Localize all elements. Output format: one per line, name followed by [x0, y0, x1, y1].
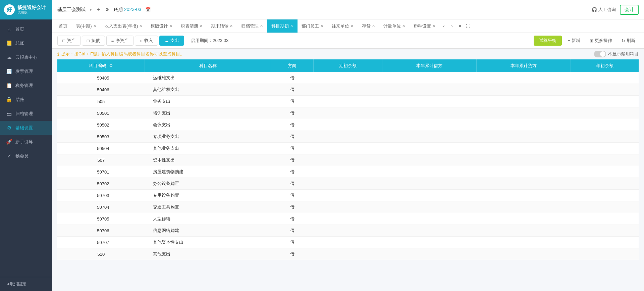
- tab-maximize-btn[interactable]: ⛶: [464, 22, 472, 30]
- sidebar-item-reports[interactable]: ☁ 云报表中心: [0, 50, 52, 64]
- subtab-net-asset[interactable]: ≡ 净资产: [106, 36, 134, 46]
- cell-name: 运维维支出: [145, 72, 271, 84]
- cell-direction: 借: [271, 225, 314, 237]
- cell-direction: 借: [271, 178, 314, 190]
- gear-icon: ⚙: [6, 125, 12, 131]
- cell-debit: [382, 237, 476, 248]
- table-row[interactable]: 505 业务支出 借: [57, 96, 639, 107]
- lock-icon: 🔒: [6, 97, 12, 103]
- sidebar-item-closing[interactable]: 🔒 结账: [0, 93, 52, 107]
- cell-name: 培训支出: [145, 107, 271, 119]
- subtab-income[interactable]: ○ 收入: [135, 36, 158, 46]
- sidebar-item-home[interactable]: ⌂ 首页: [0, 22, 52, 36]
- tab-close-inventory[interactable]: ✕: [372, 24, 375, 28]
- table-row[interactable]: 50406 其他维权支出 借: [57, 84, 639, 96]
- tab-interim[interactable]: 表(中期) ✕: [72, 19, 101, 33]
- cell-credit: [476, 225, 571, 237]
- sidebar-item-guide[interactable]: 🚀 新手引导: [0, 135, 52, 149]
- sidebar-item-member[interactable]: ✓ 畅会员: [0, 149, 52, 163]
- subtab-liability[interactable]: □ 负债: [82, 36, 105, 46]
- sidebar-item-settings[interactable]: ⚙ 基础设置: [0, 121, 52, 135]
- tab-unit[interactable]: 计量单位 ✕: [379, 19, 410, 33]
- tab-inventory[interactable]: 存货 ✕: [358, 19, 379, 33]
- cell-balance: [314, 131, 382, 143]
- table-row[interactable]: 510 其他支出 借: [57, 248, 639, 260]
- cell-debit: [382, 248, 476, 260]
- table-row[interactable]: 50501 培训支出 借: [57, 107, 639, 119]
- table-row[interactable]: 50707 其他资本性支出 借: [57, 237, 639, 248]
- cell-balance: [314, 178, 382, 190]
- tab-close-income[interactable]: ✕: [139, 24, 142, 28]
- subtab-asset[interactable]: □ 资产: [57, 36, 80, 46]
- tab-close-archive[interactable]: ✕: [260, 24, 263, 28]
- col-settings-icon[interactable]: ⚙: [109, 63, 113, 68]
- tab-home[interactable]: 首页: [55, 19, 72, 33]
- calendar-icon[interactable]: 📅: [145, 7, 151, 12]
- table-row[interactable]: 50705 大型修缮 借: [57, 213, 639, 225]
- cell-direction: 借: [271, 201, 314, 213]
- tab-close-unit[interactable]: ✕: [402, 24, 405, 28]
- add-btn[interactable]: + 新增: [565, 36, 584, 45]
- add-company-btn[interactable]: ＋: [96, 6, 101, 13]
- help-btn[interactable]: 🎧 人工咨询: [592, 7, 616, 13]
- tip-bar: ℹ 提示：按Ctrl + F键并输入科目编码或者科目名称可以查找科目。 不显示禁…: [52, 49, 644, 59]
- sidebar-item-invoice[interactable]: 🧾 发票管理: [0, 64, 52, 79]
- company-settings-icon[interactable]: ⚙: [105, 7, 109, 12]
- tab-close-dept[interactable]: ✕: [320, 24, 323, 28]
- tab-currency[interactable]: 币种设置 ✕: [410, 19, 440, 33]
- tab-nav-prev[interactable]: ‹: [440, 22, 448, 30]
- sidebar-item-tax[interactable]: 📋 税务管理: [0, 79, 52, 93]
- tab-taxclear[interactable]: 税表清册 ✕: [177, 19, 207, 33]
- cell-debit: [382, 178, 476, 190]
- tab-close-template[interactable]: ✕: [169, 24, 172, 28]
- col-balance: 期初余额: [314, 59, 382, 72]
- table-row[interactable]: 50701 房屋建筑物购建 借: [57, 166, 639, 178]
- table-row[interactable]: 50702 办公设备购置 借: [57, 178, 639, 190]
- disabled-toggle[interactable]: [594, 51, 606, 57]
- tab-close-interim[interactable]: ✕: [93, 24, 96, 28]
- table-row[interactable]: 50503 专项业务支出 借: [57, 131, 639, 143]
- user-role-btn[interactable]: 会计: [620, 5, 639, 15]
- period-label: 账期 2023-03: [113, 7, 141, 13]
- tab-yearend[interactable]: 期末结转 ✕: [207, 19, 237, 33]
- company-name: 基层工会测试: [57, 7, 86, 13]
- tab-nav-next[interactable]: ›: [448, 22, 456, 30]
- tab-archive[interactable]: 归档管理 ✕: [237, 19, 267, 33]
- sidebar-collapse-btn[interactable]: ◄取消固定: [0, 277, 52, 291]
- tab-close-currency[interactable]: ✕: [432, 24, 435, 28]
- tab-close-subject[interactable]: ✕: [290, 24, 293, 28]
- tab-close-yearend[interactable]: ✕: [230, 24, 233, 28]
- tab-close-all-btn[interactable]: ✕: [456, 22, 464, 30]
- sidebar-item-ledger[interactable]: 📒 总账: [0, 36, 52, 50]
- table-row[interactable]: 507 资本性支出 借: [57, 154, 639, 166]
- cell-code: 50704: [57, 201, 145, 213]
- table-header-row: 科目编码 ⚙ 科目名称 方向 期初余额 本年累计借方 本年累计贷方 年初余额: [57, 59, 639, 72]
- tab-close-taxclear[interactable]: ✕: [200, 24, 203, 28]
- tab-supplier[interactable]: 往来单位 ✕: [328, 19, 358, 33]
- tab-close-supplier[interactable]: ✕: [351, 24, 354, 28]
- subtab-expense[interactable]: ☁ 支出: [159, 36, 184, 46]
- cell-credit: [476, 154, 571, 166]
- tab-subject[interactable]: 科目期初 ✕: [267, 19, 298, 33]
- table-container: 科目编码 ⚙ 科目名称 方向 期初余额 本年累计借方 本年累计贷方 年初余额 5…: [52, 59, 644, 291]
- tab-dept[interactable]: 部门员工 ✕: [298, 19, 328, 33]
- table-row[interactable]: 50405 运维维支出 借: [57, 72, 639, 84]
- table-row[interactable]: 50502 会议支出 借: [57, 119, 639, 131]
- cell-name: 其他维权支出: [145, 84, 271, 96]
- cell-code: 507: [57, 154, 145, 166]
- cell-code: 50703: [57, 190, 145, 201]
- more-btn[interactable]: ⊞ 更多操作: [586, 36, 615, 45]
- tab-template[interactable]: 模版设计 ✕: [147, 19, 177, 33]
- table-row[interactable]: 50704 交通工具购置 借: [57, 201, 639, 213]
- table-row[interactable]: 50703 专用设备购置 借: [57, 190, 639, 201]
- cell-credit: [476, 72, 571, 84]
- cell-balance: [314, 166, 382, 178]
- table-row[interactable]: 50504 其他业务支出 借: [57, 143, 639, 154]
- tab-income[interactable]: 收入支出表(年报) ✕: [101, 19, 147, 33]
- cell-debit: [382, 84, 476, 96]
- balance-btn[interactable]: 试算平衡: [534, 36, 562, 46]
- sidebar-item-archive[interactable]: 🗃 归档管理: [0, 107, 52, 121]
- refresh-btn[interactable]: ↻ 刷新: [618, 36, 639, 45]
- table-row[interactable]: 50706 信息网络购建 借: [57, 225, 639, 237]
- company-dropdown-icon[interactable]: ▾: [90, 7, 92, 12]
